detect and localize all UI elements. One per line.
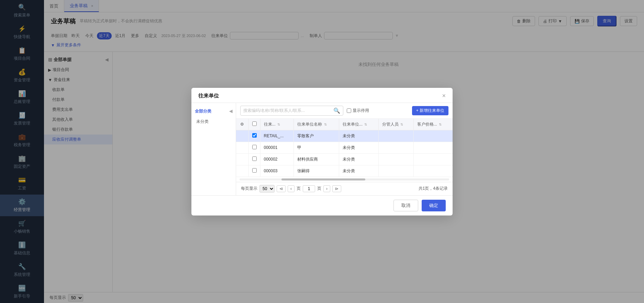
- modal-main-content: 🔍 显示停用 + 新增往来单位 ⚙: [236, 103, 453, 195]
- modal-sidebar-collapse-icon[interactable]: ◀: [229, 109, 232, 114]
- modal-sidebar: 全部分类 ◀ 未分类: [191, 103, 236, 195]
- row-manager-1: [378, 130, 413, 142]
- modal-table: ⚙ 往来... ⇅ 往来单位名称: [236, 119, 453, 177]
- row-price-1: [413, 130, 453, 142]
- col-manager: 分管人员 ⇅: [378, 119, 413, 130]
- pagination-left: 每页显示 50 ⊲ ‹ 页 页 › ⊳: [241, 185, 341, 193]
- row-setting-3: [236, 153, 248, 165]
- col-price-level: 客户价格... ⇅: [413, 119, 453, 130]
- select-all-checkbox[interactable]: [252, 121, 257, 126]
- sort-price-icon: ⇅: [439, 123, 442, 126]
- col-category-label: 往来单位...: [343, 122, 363, 127]
- modal-actions: 取消 确定: [191, 195, 453, 215]
- cancel-button[interactable]: 取消: [393, 200, 418, 211]
- row-name-2: 甲: [294, 142, 339, 153]
- total-records: 共1页，4条记录: [419, 186, 448, 191]
- row-checkbox-1[interactable]: [252, 133, 257, 138]
- modal-sidebar-title: 全部分类: [195, 108, 211, 114]
- col-price-level-label: 客户价格...: [417, 122, 437, 127]
- row-check-3: [248, 153, 260, 165]
- modal-sidebar-header: 全部分类 ◀: [191, 106, 236, 116]
- row-manager-4: [378, 165, 413, 177]
- col-category: 往来单位... ⇅: [339, 119, 379, 130]
- row-price-2: [413, 142, 453, 153]
- modal-toolbar: 🔍 显示停用 + 新增往来单位: [236, 103, 453, 119]
- modal-search-input[interactable]: [243, 108, 332, 113]
- table-row[interactable]: 000002 材料供应商 未分类: [236, 153, 453, 165]
- add-unit-button[interactable]: + 新增往来单位: [412, 106, 448, 115]
- col-setting: ⚙: [236, 119, 248, 130]
- row-price-4: [413, 165, 453, 177]
- row-check-4: [248, 165, 260, 177]
- modal-body: 全部分类 ◀ 未分类 🔍 显示停用 + 新增往来单位: [191, 103, 453, 195]
- last-page-button[interactable]: ⊳: [332, 185, 341, 192]
- prev-page-button[interactable]: ‹: [288, 185, 295, 192]
- modal-title: 往来单位: [198, 93, 219, 99]
- row-code-4: 000003: [260, 165, 294, 177]
- first-page-button[interactable]: ⊲: [277, 185, 286, 192]
- horizontal-scrollbar[interactable]: [240, 178, 449, 180]
- row-setting-4: [236, 165, 248, 177]
- col-code-label: 往来...: [264, 122, 276, 127]
- table-row[interactable]: 000001 甲 未分类: [236, 142, 453, 153]
- row-check-2: [248, 142, 260, 153]
- col-name-label: 往来单位名称: [297, 122, 322, 127]
- modal-search-box: 🔍: [240, 106, 343, 116]
- next-page-button[interactable]: ›: [323, 185, 330, 192]
- row-checkbox-2[interactable]: [252, 145, 257, 149]
- page-unit: 页: [317, 186, 321, 191]
- page-input[interactable]: [303, 185, 315, 192]
- row-code-1: RETAIL_...: [260, 130, 294, 142]
- row-name-1: 零散客户: [294, 130, 339, 142]
- show-disabled-text: 显示停用: [353, 108, 369, 114]
- settings-icon: ⚙: [240, 122, 244, 127]
- row-checkbox-4[interactable]: [252, 168, 257, 173]
- modal-overlay[interactable]: 往来单位 × 全部分类 ◀ 未分类 🔍: [0, 0, 644, 303]
- row-price-3: [413, 153, 453, 165]
- row-checkbox-3[interactable]: [252, 156, 257, 161]
- col-name: 往来单位名称 ⇅: [294, 119, 339, 130]
- show-disabled-checkbox[interactable]: [347, 108, 351, 113]
- modal-footer-bar: 每页显示 50 ⊲ ‹ 页 页 › ⊳ 共1页，4条记录: [236, 182, 453, 195]
- sort-name-icon: ⇅: [324, 123, 327, 126]
- search-icon: 🔍: [333, 107, 340, 114]
- row-name-3: 材料供应商: [294, 153, 339, 165]
- table-header-row: ⚙ 往来... ⇅ 往来单位名称: [236, 119, 453, 130]
- row-check-1: [248, 130, 260, 142]
- sort-code-icon: ⇅: [277, 123, 280, 126]
- scrollbar-thumb: [281, 178, 365, 180]
- row-setting-2: [236, 142, 248, 153]
- col-checkbox: [248, 119, 260, 130]
- page-word: 页: [297, 186, 301, 191]
- sort-category-icon: ⇅: [364, 123, 367, 126]
- sort-manager-icon: ⇅: [400, 123, 403, 126]
- modal-close-button[interactable]: ×: [442, 93, 446, 99]
- row-category-2: 未分类: [339, 142, 379, 153]
- row-manager-2: [378, 142, 413, 153]
- row-setting-1: [236, 130, 248, 142]
- table-row[interactable]: RETAIL_... 零散客户 未分类: [236, 130, 453, 142]
- confirm-button[interactable]: 确定: [422, 200, 446, 211]
- modal-dialog: 往来单位 × 全部分类 ◀ 未分类 🔍: [191, 88, 453, 215]
- col-code: 往来... ⇅: [260, 119, 294, 130]
- row-category-1: 未分类: [339, 130, 379, 142]
- row-category-3: 未分类: [339, 153, 379, 165]
- show-disabled-label[interactable]: 显示停用: [347, 108, 369, 114]
- col-manager-label: 分管人员: [382, 122, 399, 127]
- modal-header: 往来单位 ×: [191, 88, 453, 103]
- row-name-4: 张嗣得: [294, 165, 339, 177]
- table-row[interactable]: 000003 张嗣得 未分类: [236, 165, 453, 177]
- row-manager-3: [378, 153, 413, 165]
- row-code-2: 000001: [260, 142, 294, 153]
- unit-table: ⚙ 往来... ⇅ 往来单位名称: [236, 119, 453, 177]
- per-page-label: 每页显示: [241, 186, 257, 191]
- row-code-3: 000002: [260, 153, 294, 165]
- per-page-select[interactable]: 50: [259, 185, 275, 193]
- modal-sidebar-item-unclassified[interactable]: 未分类: [191, 116, 236, 127]
- row-category-4: 未分类: [339, 165, 379, 177]
